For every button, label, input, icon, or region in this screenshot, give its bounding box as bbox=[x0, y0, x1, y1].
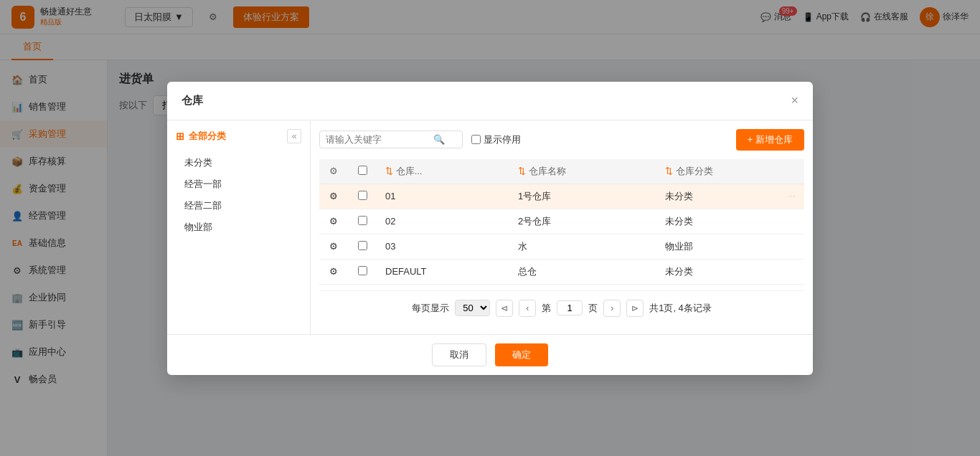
category-item-0[interactable]: 未分类 bbox=[176, 152, 301, 174]
table-row[interactable]: ⚙ DEFAULT 总仓 未分类 bbox=[319, 259, 804, 284]
row-checkbox-0[interactable] bbox=[348, 184, 377, 209]
all-category-item[interactable]: ⊞ 全部分类 bbox=[176, 130, 226, 143]
modal-footer: 取消 确定 bbox=[167, 334, 813, 375]
page-input[interactable] bbox=[557, 300, 583, 315]
page-size-select[interactable]: 50 bbox=[455, 300, 490, 316]
category-item-3[interactable]: 物业部 bbox=[176, 217, 301, 238]
sort-icon2: ⇅ bbox=[518, 166, 526, 176]
row-code-0: 01 bbox=[377, 184, 509, 209]
confirm-button[interactable]: 确定 bbox=[495, 343, 548, 366]
row-checkbox-1[interactable] bbox=[348, 209, 377, 234]
show-disabled-checkbox[interactable] bbox=[471, 135, 481, 144]
left-panel: ⊞ 全部分类 « 未分类 经营一部 经营二部 物业部 bbox=[167, 120, 311, 334]
row-category-0: 未分类 ··· bbox=[656, 184, 804, 209]
row-category-2: 物业部 bbox=[656, 234, 804, 259]
last-page-button[interactable]: ⊳ bbox=[626, 300, 644, 317]
right-panel: 🔍 显示停用 + 新增仓库 ⚙ bbox=[311, 120, 813, 334]
grid-icon: ⊞ bbox=[176, 130, 184, 142]
table-row[interactable]: ⚙ 03 水 物业部 bbox=[319, 234, 804, 259]
table-body: ⚙ 01 1号仓库 未分类 ··· bbox=[319, 184, 804, 284]
col-category-header: ⇅ 仓库分类 bbox=[656, 159, 804, 184]
modal-header: 仓库 × bbox=[167, 82, 813, 120]
next-page-button[interactable]: › bbox=[603, 300, 621, 317]
row-name-2: 水 bbox=[509, 234, 657, 259]
row-code-1: 02 bbox=[377, 209, 509, 234]
row-code-3: DEFAULT bbox=[377, 259, 509, 284]
row-category-3: 未分类 bbox=[656, 259, 804, 284]
row-code-2: 03 bbox=[377, 234, 509, 259]
row-name-3: 总仓 bbox=[509, 259, 657, 284]
page-unit: 页 bbox=[588, 302, 598, 315]
all-category-label: 全部分类 bbox=[189, 130, 226, 143]
page-label: 第 bbox=[542, 302, 551, 315]
first-page-button[interactable]: ⊲ bbox=[496, 300, 513, 317]
show-disabled-toggle: 显示停用 bbox=[471, 133, 521, 146]
modal-close-button[interactable]: × bbox=[791, 93, 798, 108]
select-all-checkbox[interactable] bbox=[358, 166, 367, 175]
row-more-0[interactable]: ··· bbox=[788, 190, 796, 201]
row-category-1: 未分类 bbox=[656, 209, 804, 234]
row-checkbox-3[interactable] bbox=[348, 259, 377, 284]
search-icon[interactable]: 🔍 bbox=[433, 134, 445, 145]
table-header: ⚙ ⇅ 仓库... ⇅ bbox=[319, 159, 804, 184]
col-settings-header: ⚙ bbox=[319, 159, 348, 184]
total-info: 共1页, 4条记录 bbox=[649, 302, 712, 315]
warehouse-modal: 仓库 × ⊞ 全部分类 « 未分类 经营一部 bbox=[167, 82, 813, 375]
pagination: 每页显示 50 ⊲ ‹ 第 页 › ⊳ 共1页, 4条记录 bbox=[319, 290, 804, 326]
cancel-button[interactable]: 取消 bbox=[432, 343, 486, 366]
add-warehouse-button[interactable]: + 新增仓库 bbox=[736, 129, 804, 151]
left-panel-header: ⊞ 全部分类 « bbox=[176, 129, 301, 143]
warehouse-table: ⚙ ⇅ 仓库... ⇅ bbox=[319, 159, 804, 285]
modal-title: 仓库 bbox=[182, 94, 203, 108]
category-item-1[interactable]: 经营一部 bbox=[176, 174, 301, 195]
col-checkbox-header bbox=[348, 159, 377, 184]
table-row[interactable]: ⚙ 02 2号仓库 未分类 bbox=[319, 209, 804, 234]
sort-icon3: ⇅ bbox=[665, 166, 673, 176]
row-settings-0[interactable]: ⚙ bbox=[319, 184, 348, 209]
show-disabled-label: 显示停用 bbox=[484, 133, 521, 146]
col-code-header: ⇅ 仓库... bbox=[377, 159, 509, 184]
search-input[interactable] bbox=[326, 134, 433, 145]
page-size-label: 每页显示 bbox=[412, 302, 449, 315]
settings-header-icon: ⚙ bbox=[329, 166, 338, 176]
collapse-panel-button[interactable]: « bbox=[287, 129, 301, 143]
row-settings-1[interactable]: ⚙ bbox=[319, 209, 348, 234]
row-settings-2[interactable]: ⚙ bbox=[319, 234, 348, 259]
modal-body: ⊞ 全部分类 « 未分类 经营一部 经营二部 物业部 bbox=[167, 120, 813, 334]
search-input-wrap: 🔍 bbox=[319, 130, 463, 148]
table-container: ⚙ ⇅ 仓库... ⇅ bbox=[319, 159, 804, 285]
row-name-1: 2号仓库 bbox=[509, 209, 657, 234]
row-settings-3[interactable]: ⚙ bbox=[319, 259, 348, 284]
search-bar: 🔍 显示停用 + 新增仓库 bbox=[319, 129, 804, 151]
modal-overlay: 仓库 × ⊞ 全部分类 « 未分类 经营一部 bbox=[0, 0, 980, 456]
col-name-header: ⇅ 仓库名称 bbox=[509, 159, 657, 184]
sort-icon: ⇅ bbox=[385, 166, 393, 176]
prev-page-button[interactable]: ‹ bbox=[519, 300, 536, 317]
row-name-0: 1号仓库 bbox=[509, 184, 657, 209]
category-item-2[interactable]: 经营二部 bbox=[176, 195, 301, 217]
row-checkbox-2[interactable] bbox=[348, 234, 377, 259]
table-row[interactable]: ⚙ 01 1号仓库 未分类 ··· bbox=[319, 184, 804, 209]
